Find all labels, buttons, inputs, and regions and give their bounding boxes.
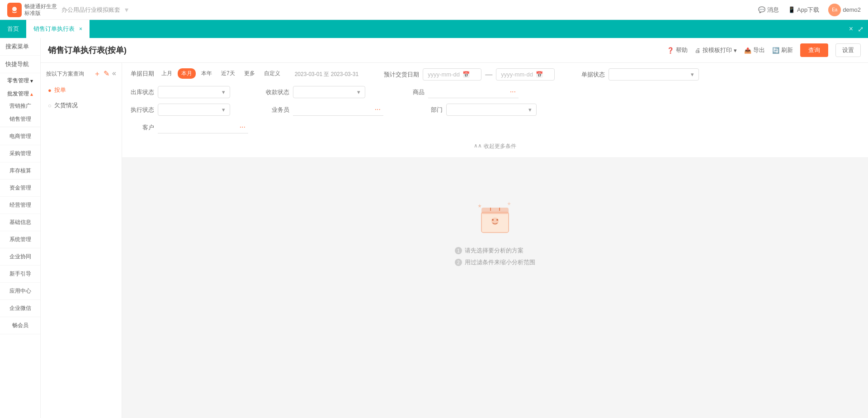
sidebar-item-search[interactable]: 搜索菜单: [0, 38, 40, 56]
filter-row-1: 单据日期 上月 本月 本年 近7天 更多 自定义 2023-03-01: [129, 68, 861, 81]
download-icon: 📱: [788, 6, 795, 13]
close-window-icon[interactable]: ×: [849, 25, 853, 33]
goods-input[interactable]: ···: [428, 86, 519, 98]
collapse-panel-btn[interactable]: «: [112, 69, 116, 79]
logo-text: 畅捷通好生意 标准版: [24, 3, 57, 16]
refresh-btn[interactable]: 🔄 刷新: [772, 46, 793, 54]
svg-point-4: [492, 219, 494, 221]
download-btn[interactable]: 📱 App下载: [788, 6, 819, 14]
tab-close-icon[interactable]: ×: [79, 26, 82, 32]
tip-num-1: 1: [455, 247, 462, 254]
export-btn[interactable]: 📤 导出: [744, 46, 765, 54]
settings-btn[interactable]: 设置: [835, 43, 861, 57]
sidebar-item-wechat[interactable]: 企业微信: [0, 300, 40, 317]
logo-icon: [7, 3, 22, 17]
print-dropdown-icon: ▾: [734, 47, 737, 54]
sidebar-item-purchase[interactable]: 采购管理: [0, 145, 40, 162]
help-btn[interactable]: ❓ 帮助: [667, 46, 688, 54]
svg-point-5: [496, 219, 498, 221]
customer-input[interactable]: ···: [158, 121, 248, 133]
sidebar-item-finance[interactable]: 资金管理: [0, 180, 40, 197]
sidebar-item-operations[interactable]: 经营管理: [0, 197, 40, 214]
period-last-month[interactable]: 上月: [158, 68, 176, 79]
print-icon: 🖨: [695, 47, 701, 54]
status-select[interactable]: ▾: [609, 68, 699, 81]
search-btn[interactable]: 查询: [800, 43, 828, 57]
collapse-row[interactable]: ∧∧ 收起更多条件: [129, 139, 861, 152]
department-label: 部门: [418, 106, 443, 114]
salesperson-input[interactable]: ···: [293, 104, 383, 116]
sidebar-item-enterprise[interactable]: 企业协同: [0, 248, 40, 266]
sidebar-item-member[interactable]: 畅会员: [0, 317, 40, 334]
tab-bar: 首页 销售订单执行表 × × ⤢: [0, 20, 868, 38]
period-custom[interactable]: 自定义: [260, 68, 284, 79]
sidebar-item-ecommerce[interactable]: 电商管理: [0, 128, 40, 145]
sidebar: 搜索菜单 快捷导航 零售管理 ▾ 批发管理 ▴ 营销推广 销售管理 电商管理 采…: [0, 38, 41, 418]
goods-filter: 商品 ···: [400, 86, 519, 98]
svg-rect-2: [481, 208, 509, 214]
delivery-start-placeholder: yyyy-mm-dd: [428, 71, 460, 78]
dropdown-icon[interactable]: ▾: [125, 5, 128, 14]
inner-layout: 按以下方案查询 ＋ ✎ « ● 按单 ○ 欠货情况: [41, 63, 868, 418]
user-area[interactable]: Ea demo2: [828, 4, 861, 16]
tab-home[interactable]: 首页: [0, 20, 26, 38]
sidebar-section-wholesale[interactable]: 批发管理 ▴: [0, 86, 40, 100]
delivery-end-input[interactable]: yyyy-mm-dd 📅: [496, 68, 555, 81]
period-this-month[interactable]: 本月: [178, 68, 196, 79]
out-status-chevron-icon: ▾: [222, 89, 225, 95]
customer-more-icon[interactable]: ···: [240, 123, 245, 131]
avatar: Ea: [828, 4, 841, 16]
goods-more-icon[interactable]: ···: [510, 88, 516, 96]
sidebar-item-inventory[interactable]: 库存核算: [0, 162, 40, 180]
page-title: 销售订单执行表(按单): [48, 45, 127, 56]
salesperson-more-icon[interactable]: ···: [375, 105, 381, 114]
main-layout: 搜索菜单 快捷导航 零售管理 ▾ 批发管理 ▴ 营销推广 销售管理 电商管理 采…: [0, 38, 868, 418]
calendar-icon-1[interactable]: 📅: [462, 71, 470, 78]
delivery-start-input[interactable]: yyyy-mm-dd 📅: [423, 68, 481, 81]
sidebar-item-shortcut[interactable]: 快捷导航: [0, 56, 40, 73]
sidebar-item-newbie[interactable]: 新手引导: [0, 266, 40, 283]
date-range-text: 2023-03-01 至 2023-03-31: [295, 71, 359, 78]
out-status-select[interactable]: ▾: [158, 86, 230, 98]
filter-section: 单据日期 上月 本月 本年 近7天 更多 自定义 2023-03-01: [122, 63, 868, 158]
sidebar-item-appstore[interactable]: 应用中心: [0, 283, 40, 300]
collection-label: 收款状态: [264, 88, 289, 96]
delivery-label: 预计交货日期: [384, 71, 419, 79]
exec-status-label: 执行状态: [129, 106, 154, 114]
sidebar-section-retail[interactable]: 零售管理 ▾: [0, 73, 40, 86]
print-btn[interactable]: 🖨 按模板打印 ▾: [695, 46, 737, 54]
tab-sales-order[interactable]: 销售订单执行表 ×: [26, 20, 90, 38]
tip-num-2: 2: [455, 259, 462, 266]
scheme-item-shortage[interactable]: ○ 欠货情况: [41, 98, 122, 113]
period-more[interactable]: 更多: [241, 68, 259, 79]
sidebar-item-basic[interactable]: 基础信息: [0, 214, 40, 231]
svg-point-0: [12, 7, 17, 11]
exec-status-select[interactable]: ▾: [158, 104, 230, 116]
empty-state: 1 请先选择要分析的方案 2 用过滤条件来缩小分析范围: [122, 158, 868, 303]
help-icon: ❓: [667, 47, 674, 54]
page-actions: ❓ 帮助 🖨 按模板打印 ▾ 📤 导出 🔄 刷新 查询: [667, 43, 861, 57]
period-tabs-group: 上月 本月 本年 近7天 更多 自定义: [158, 68, 284, 79]
collection-filter: 收款状态 ▾: [264, 86, 365, 98]
customer-label: 客户: [129, 124, 154, 132]
collection-select[interactable]: ▾: [293, 86, 365, 98]
edit-scheme-btn[interactable]: ✎: [104, 69, 109, 79]
sidebar-item-marketing[interactable]: 营销推广: [0, 100, 40, 113]
department-select[interactable]: ▾: [446, 104, 537, 116]
sidebar-item-system[interactable]: 系统管理: [0, 231, 40, 248]
exec-chevron-icon: ▾: [222, 106, 225, 113]
period-7days[interactable]: 近7天: [217, 68, 239, 79]
scheme-item-order[interactable]: ● 按单: [41, 82, 122, 98]
scheme-inactive-icon: ○: [48, 102, 52, 109]
empty-tip-1: 1 请先选择要分析的方案: [455, 247, 535, 255]
empty-illustration: [472, 194, 518, 239]
calendar-icon-2[interactable]: 📅: [536, 71, 543, 78]
messages-btn[interactable]: 💬 消息: [758, 6, 779, 14]
app-title: 办公用品行业模拟账套: [61, 6, 120, 14]
sidebar-item-sales[interactable]: 销售管理: [0, 113, 40, 126]
refresh-icon: 🔄: [772, 47, 779, 54]
add-scheme-btn[interactable]: ＋: [94, 69, 101, 79]
exec-status-filter: 执行状态 ▾: [129, 104, 230, 116]
maximize-icon[interactable]: ⤢: [858, 25, 863, 33]
period-this-year[interactable]: 本年: [198, 68, 216, 79]
